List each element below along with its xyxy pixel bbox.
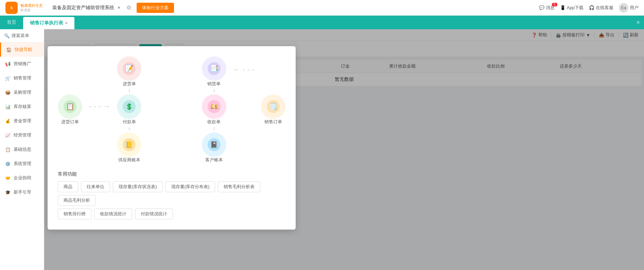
tab-sales-order-label: 销售订单执行表 (30, 20, 63, 26)
top-header: 6 畅康通好生意 标准版 装备及固定资产辅助管理系统 ▼ ⚙ 体验行业方案 💬 … (0, 0, 644, 16)
sidebar-label-home: 快捷导航 (15, 47, 32, 53)
svg-text:📑: 📑 (210, 64, 218, 72)
func-btn-product[interactable]: 商品 (58, 181, 78, 192)
search-menu-label: 搜索菜单 (12, 33, 29, 39)
sidebar-label-guide: 新手引导 (14, 189, 31, 195)
tab-home[interactable]: 首页 (0, 16, 23, 29)
dropdown-arrow-icon[interactable]: ▼ (117, 5, 121, 10)
col-sales: 📑 销货单 ↓ 💴 收款单 ↓ 📓 客户 (202, 56, 226, 163)
svg-text:📋: 📋 (66, 102, 74, 110)
func-btn-payment-stat[interactable]: 付款情况统计 (135, 209, 173, 219)
search-menu[interactable]: 🔍 搜索菜单 (0, 29, 44, 42)
enterprise-icon: 🤝 (5, 175, 11, 181)
finance-icon: 💰 (5, 118, 11, 124)
search-icon: 🔍 (4, 33, 10, 38)
operations-icon: 📈 (5, 132, 11, 138)
sidebar-item-sales[interactable]: 🛒 销售管理 (0, 71, 44, 85)
arrow-down-3: ↓ (213, 87, 215, 93)
sales-icon: 🛒 (5, 75, 11, 81)
inventory-icon: 📊 (5, 104, 11, 110)
sidebar-item-enterprise[interactable]: 🤝 企业协同 (0, 171, 44, 185)
svg-text:📝: 📝 (125, 64, 134, 72)
sidebar-item-guide[interactable]: 🎓 新手引导 (0, 185, 44, 199)
sidebar-label-operations: 经营管理 (14, 132, 31, 138)
func-btn-stock-status[interactable]: 现存量(库存状况表) (113, 181, 163, 192)
logo-text: 畅康通好生意 标准版 (20, 3, 43, 12)
node-purchase-label: 进货单 (123, 81, 136, 87)
content-area: ❓ 帮助 🖨️ 按模板打印 ▼ 📤 导出 🔄 刷新 yyyy-m (44, 29, 644, 270)
home-icon: 🏠 (6, 47, 12, 53)
settings-icon[interactable]: ⚙ (126, 4, 131, 11)
func-btn-sales-rank[interactable]: 销售排行榜 (58, 209, 91, 219)
app-download-btn[interactable]: 📱 App下载 (560, 5, 584, 11)
avatar-text: Ea (621, 5, 626, 10)
sidebar-item-basic-info[interactable]: 📋 基础信息 (0, 142, 44, 157)
sidebar-label-basic-info: 基础信息 (14, 146, 31, 152)
modal: 📋 进货订单 - - - → 📝 (48, 46, 296, 230)
user-label: 用户 (630, 5, 639, 11)
sidebar-label-finance: 资金管理 (14, 118, 31, 124)
sidebar: 🔍 搜索菜单 🏠 快捷导航 📢 营销推广 🛒 销售管理 📦 采购管理 📊 库存核… (0, 29, 44, 270)
svg-text:📓: 📓 (210, 141, 218, 148)
tab-bar: 首页 销售订单执行表 × × (0, 16, 644, 29)
message-btn[interactable]: 💬 消息 5 (539, 5, 555, 11)
message-badge: 5 (552, 3, 557, 6)
tab-bar-close-icon[interactable]: × (636, 19, 640, 26)
arrow-down-4: ↓ (213, 125, 215, 131)
function-buttons-row1: 商品 往来单位 现存量(库存状况表) 现存量(库存分布表) 销售毛利分析表 商品… (58, 181, 285, 206)
message-icon: 💬 (539, 5, 544, 10)
svg-text:🗒️: 🗒️ (269, 102, 278, 110)
online-service-btn[interactable]: 🎧 在线客服 (589, 5, 613, 11)
common-functions: 常用功能 商品 往来单位 现存量(库存状况表) 现存量(库存分布表) 销售毛利分… (58, 171, 285, 219)
node-purchase-order: 📋 进货订单 (58, 94, 82, 125)
sidebar-item-marketing[interactable]: 📢 营销推广 (0, 57, 44, 71)
col-sales-order: 🗒️ 销售订单 (261, 94, 285, 125)
svg-text:📒: 📒 (125, 141, 133, 148)
tab-home-label: 首页 (7, 19, 16, 25)
sidebar-item-purchase[interactable]: 📦 采购管理 (0, 85, 44, 100)
tab-close-icon[interactable]: × (65, 21, 68, 25)
func-btn-sales-margin[interactable]: 销售毛利分析表 (218, 181, 260, 192)
sidebar-item-home[interactable]: 🏠 快捷导航 (0, 42, 44, 57)
node-payment-out-label: 付款单 (123, 119, 136, 125)
sidebar-item-system[interactable]: ⚙️ 系统管理 (0, 157, 44, 171)
func-btn-receipt-stat[interactable]: 收款情况统计 (94, 209, 132, 219)
node-payment-in-label: 收款单 (207, 119, 221, 125)
logo-area: 6 畅康通好生意 标准版 (5, 2, 50, 14)
arrow-down-1: ↓ (128, 87, 130, 93)
avatar: Ea (619, 3, 628, 13)
tab-sales-order[interactable]: 销售订单执行表 × (23, 17, 74, 29)
func-btn-stock-dist[interactable]: 现存量(库存分布表) (166, 181, 215, 192)
function-buttons-row2: 销售排行榜 收款情况统计 付款情况统计 (58, 209, 285, 219)
sidebar-label-system: 系统管理 (14, 161, 31, 167)
guide-icon: 🎓 (5, 189, 11, 195)
phone-icon: 📱 (560, 5, 565, 10)
user-area[interactable]: Ea 用户 (619, 3, 639, 13)
common-functions-title: 常用功能 (58, 171, 285, 177)
node-sales-order-label: 销售订单 (264, 119, 282, 125)
system-icon: ⚙️ (5, 161, 11, 167)
headset-icon: 🎧 (589, 5, 594, 10)
basic-info-icon: 📋 (5, 146, 11, 152)
func-btn-partner[interactable]: 往来单位 (81, 181, 110, 192)
header-right: 💬 消息 5 📱 App下载 🎧 在线客服 Ea 用户 (539, 3, 639, 13)
col-purchase: 📝 进货单 ↓ 💲 付款单 ↓ 📒 供应 (117, 56, 141, 163)
node-customer-ledger-label: 客户账本 (205, 157, 223, 163)
main-layout: 🔍 搜索菜单 🏠 快捷导航 📢 营销推广 🛒 销售管理 📦 采购管理 📊 库存核… (0, 29, 644, 270)
app-label: App下载 (567, 5, 584, 11)
sidebar-label-enterprise: 企业协同 (14, 175, 31, 181)
purchase-icon: 📦 (5, 89, 11, 95)
trial-button[interactable]: 体验行业方案 (137, 3, 174, 13)
node-supplier-ledger-label: 供应商账本 (118, 157, 140, 163)
sidebar-item-operations[interactable]: 📈 经营管理 (0, 128, 44, 142)
system-title: 装备及固定资产辅助管理系统 ▼ ⚙ 体验行业方案 (52, 3, 539, 13)
sidebar-item-inventory[interactable]: 📊 库存核算 (0, 100, 44, 114)
sidebar-item-finance[interactable]: 💰 资金管理 (0, 114, 44, 128)
node-purchase-order-label: 进货订单 (61, 119, 79, 125)
func-btn-product-margin[interactable]: 商品毛利分析 (58, 195, 96, 206)
svg-text:💴: 💴 (210, 103, 218, 110)
modal-overlay[interactable]: 📋 进货订单 - - - → 📝 (44, 29, 644, 270)
arrow-down-2: ↓ (128, 125, 130, 131)
service-label: 在线客服 (596, 5, 613, 11)
svg-text:6: 6 (11, 6, 13, 10)
